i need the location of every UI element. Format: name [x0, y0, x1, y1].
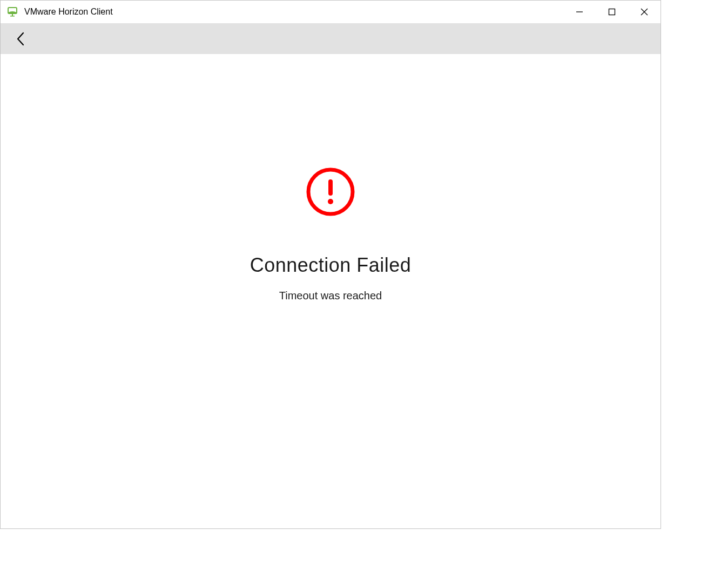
- svg-rect-4: [609, 9, 615, 15]
- app-title: VMware Horizon Client: [24, 7, 113, 17]
- app-icon: [7, 6, 18, 17]
- svg-point-9: [328, 199, 333, 204]
- content-area: Connection Failed Timeout was reached: [1, 54, 660, 528]
- maximize-button[interactable]: [596, 1, 628, 23]
- window-controls: [563, 1, 660, 23]
- svg-rect-2: [10, 16, 15, 17]
- window: VMware Horizon Client: [0, 0, 661, 529]
- title-bar: VMware Horizon Client: [1, 1, 660, 23]
- toolbar: [1, 23, 660, 54]
- error-message: Timeout was reached: [279, 290, 382, 302]
- error-title: Connection Failed: [250, 254, 412, 277]
- close-button[interactable]: [628, 1, 660, 23]
- error-icon: [306, 167, 355, 216]
- svg-rect-8: [328, 179, 333, 196]
- back-button[interactable]: [9, 27, 33, 51]
- svg-rect-1: [12, 14, 13, 16]
- minimize-button[interactable]: [563, 1, 596, 23]
